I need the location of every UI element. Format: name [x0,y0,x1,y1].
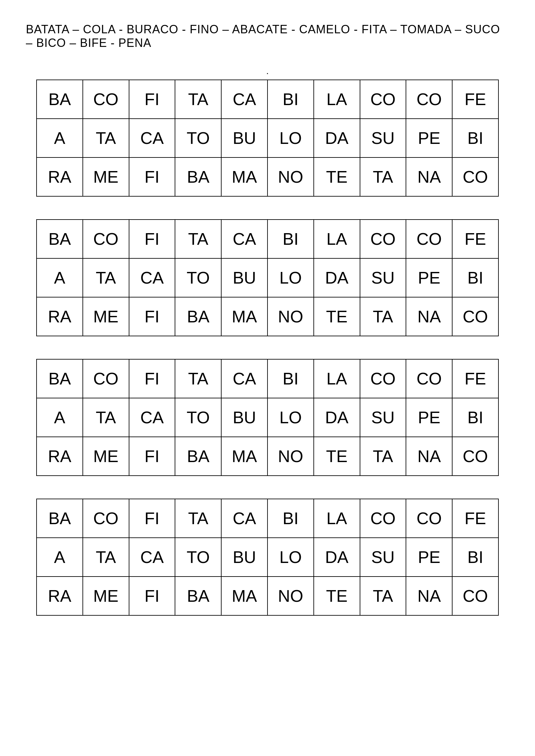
grid-1-cell-r2-c6: TE [314,157,360,196]
grid-1-cell-r0-c3: TA [175,80,221,119]
grid-3-cell-r1-c9: BI [452,398,498,437]
grid-4-cell-r1-c9: BI [452,538,498,577]
grid-4-cell-r2-c3: BA [175,577,221,615]
grid-4-cell-r1-c2: CA [129,538,175,577]
grid-2-cell-r0-c1: CO [83,220,129,258]
grid-3-cell-r1-c0: A [37,398,83,437]
grid-1-cell-r2-c9: CO [452,157,498,196]
grid-2-cell-r2-c6: TE [314,297,360,336]
grid-1-cell-r1-c6: DA [314,119,360,157]
grid-4-cell-r1-c8: PE [406,538,452,577]
grid-3-cell-r2-c7: TA [360,437,406,476]
grid-3-cell-r0-c3: TA [175,359,221,398]
grid-1-cell-r0-c4: CA [221,80,268,119]
grid-3-cell-r0-c7: CO [360,359,406,398]
grid-1-cell-r2-c0: RA [37,157,83,196]
grid-4-cell-r0-c6: LA [314,499,360,538]
grid-3-cell-r1-c5: LO [268,398,314,437]
grid-2-cell-r1-c9: BI [452,258,498,297]
grid-4-cell-r1-c7: SU [360,538,406,577]
grid-4-cell-r1-c6: DA [314,538,360,577]
grid-4-cell-r1-c4: BU [221,538,268,577]
grid-3-cell-r1-c2: CA [129,398,175,437]
grid-1-cell-r2-c2: FI [129,157,175,196]
grid-4-cell-r2-c8: NA [406,577,452,615]
grid-3-cell-r2-c3: BA [175,437,221,476]
grid-4-cell-r1-c5: LO [268,538,314,577]
grid-4-cell-r0-c2: FI [129,499,175,538]
grid-4-cell-r2-c5: NO [268,577,314,615]
dot-line: . [26,66,509,76]
grid-3-cell-r2-c0: RA [37,437,83,476]
grid-2-cell-r2-c8: NA [406,297,452,336]
grid-1-cell-r2-c3: BA [175,157,221,196]
grid-3-cell-r0-c5: BI [268,359,314,398]
grid-2-cell-r1-c7: SU [360,258,406,297]
grid-3-cell-r0-c1: CO [83,359,129,398]
grid-4-cell-r0-c8: CO [406,499,452,538]
grid-4-cell-r2-c2: FI [129,577,175,615]
grid-2-cell-r2-c3: BA [175,297,221,336]
grid-1-cell-r1-c4: BU [221,119,268,157]
grid-2-cell-r1-c2: CA [129,258,175,297]
grid-3-cell-r1-c8: PE [406,398,452,437]
grid-3-cell-r2-c1: ME [83,437,129,476]
grid-4-cell-r2-c7: TA [360,577,406,615]
grid-3-cell-r2-c2: FI [129,437,175,476]
grid-1-cell-r2-c8: NA [406,157,452,196]
grid-2-cell-r1-c6: DA [314,258,360,297]
grid-2-cell-r0-c4: CA [221,220,268,258]
grid-4-cell-r2-c0: RA [37,577,83,615]
grid-2-cell-r2-c4: MA [221,297,268,336]
grid-3-cell-r1-c6: DA [314,398,360,437]
grid-4-cell-r0-c3: TA [175,499,221,538]
grid-2: BACOFITACABILACOCOFEATACATOBULODASUPEBIR… [26,219,509,336]
header-line: BATATA – COLA - BURACO - FINO – ABACATE … [26,23,509,50]
grid-2-cell-r1-c0: A [37,258,83,297]
grid-2-cell-r1-c5: LO [268,258,314,297]
grid-4-cell-r0-c5: BI [268,499,314,538]
grid-3-cell-r0-c8: CO [406,359,452,398]
grid-1: BACOFITACABILACOCOFEATACATOBULODASUPEBIR… [26,80,509,197]
grid-4-cell-r1-c1: TA [83,538,129,577]
grid-1-cell-r0-c0: BA [37,80,83,119]
grid-1-cell-r2-c5: NO [268,157,314,196]
grid-4: BACOFITACABILACOCOFEATACATOBULODASUPEBIR… [26,499,509,616]
grid-1-cell-r1-c7: SU [360,119,406,157]
grid-3-cell-r2-c9: CO [452,437,498,476]
grid-1-cell-r0-c1: CO [83,80,129,119]
grid-2-cell-r0-c9: FE [452,220,498,258]
grid-1-cell-r0-c5: BI [268,80,314,119]
grid-2-cell-r2-c0: RA [37,297,83,336]
grid-4-cell-r0-c1: CO [83,499,129,538]
grid-2-cell-r2-c5: NO [268,297,314,336]
grid-3-cell-r2-c6: TE [314,437,360,476]
grid-4-cell-r0-c7: CO [360,499,406,538]
grid-2-cell-r2-c2: FI [129,297,175,336]
grid-2-cell-r0-c2: FI [129,220,175,258]
grid-1-cell-r1-c5: LO [268,119,314,157]
grid-2-cell-r2-c1: ME [83,297,129,336]
grid-3-cell-r2-c5: NO [268,437,314,476]
grid-1-cell-r0-c9: FE [452,80,498,119]
grid-3: BACOFITACABILACOCOFEATACATOBULODASUPEBIR… [26,359,509,476]
grid-2-cell-r2-c7: TA [360,297,406,336]
grid-3-cell-r1-c1: TA [83,398,129,437]
grid-1-cell-r2-c7: TA [360,157,406,196]
grid-4-cell-r1-c3: TO [175,538,221,577]
grid-4-cell-r0-c4: CA [221,499,268,538]
grid-4-cell-r2-c4: MA [221,577,268,615]
grid-1-cell-r0-c6: LA [314,80,360,119]
grid-1-cell-r1-c8: PE [406,119,452,157]
grid-2-cell-r1-c8: PE [406,258,452,297]
grid-2-cell-r0-c6: LA [314,220,360,258]
grid-3-cell-r1-c3: TO [175,398,221,437]
grid-2-cell-r0-c5: BI [268,220,314,258]
grid-3-cell-r2-c8: NA [406,437,452,476]
grid-1-cell-r1-c2: CA [129,119,175,157]
grid-1-cell-r1-c9: BI [452,119,498,157]
grid-3-cell-r1-c4: BU [221,398,268,437]
grid-2-cell-r1-c3: TO [175,258,221,297]
grid-2-cell-r1-c1: TA [83,258,129,297]
grid-4-cell-r0-c0: BA [37,499,83,538]
